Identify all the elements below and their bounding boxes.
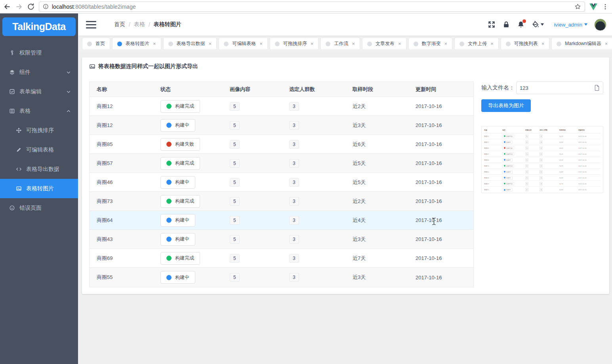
- table-row[interactable]: 商圈46构建中53近5天2017-10-16: [90, 173, 473, 192]
- cell-audience: 3: [282, 216, 345, 225]
- preview-tag: 5: [525, 182, 528, 186]
- preview-status-dot: [504, 165, 505, 167]
- tab-close-icon[interactable]: ×: [605, 41, 608, 46]
- preview-tag: 3: [540, 188, 543, 191]
- preview-audience: 3: [540, 153, 559, 155]
- preview-period: 近3天: [559, 177, 578, 179]
- sidebar-item-error-pages[interactable]: 错误页面: [0, 198, 78, 218]
- sidebar-item-tables[interactable]: 表格: [0, 101, 78, 121]
- url-bar[interactable]: localhost:8080/tables/table2image: [39, 2, 585, 12]
- status-dot-icon: [166, 237, 172, 242]
- status-badge: 构建完成: [160, 157, 200, 170]
- status-label: 构建完成: [175, 103, 194, 110]
- layers-icon: [9, 69, 15, 75]
- tab-close-icon[interactable]: ×: [541, 41, 545, 46]
- user-dropdown[interactable]: iview_admin: [554, 22, 587, 28]
- preview-tag: 5: [525, 135, 528, 138]
- tab-可拖拽列表[interactable]: 可拖拽列表×: [501, 38, 550, 50]
- tab-state-dot: [506, 42, 511, 46]
- sidebar-item-table-to-image[interactable]: 表格转图片: [0, 179, 78, 198]
- table-row[interactable]: 商圈55构建中53近3天2017-10-16: [90, 268, 473, 287]
- tab-文件上传[interactable]: 文件上传×: [454, 38, 499, 50]
- info-icon[interactable]: [43, 4, 49, 9]
- tab-首页[interactable]: 首页: [82, 38, 110, 50]
- cell-portrait: 5: [223, 254, 282, 263]
- preview-tag: 3: [540, 182, 543, 186]
- tab-close-icon[interactable]: ×: [311, 41, 314, 46]
- preview-updated: 2017-10-16: [578, 147, 601, 149]
- tab-数字渐变[interactable]: 数字渐变×: [408, 38, 453, 50]
- tab-close-icon[interactable]: ×: [398, 41, 401, 46]
- chevron-down-icon: [584, 23, 587, 26]
- card-title: 将表格数据连同样式一起以图片形式导出: [89, 63, 603, 70]
- preview-row: 商圈46构建中53近5天2017-10-16: [484, 157, 601, 163]
- sidebar-item-table-export[interactable]: 表格导出数据: [0, 159, 78, 179]
- portrait-count-tag: 5: [230, 235, 240, 244]
- tab-文章发布[interactable]: 文章发布×: [362, 38, 406, 50]
- theme-dropdown[interactable]: [532, 21, 544, 28]
- forward-icon[interactable]: [15, 3, 23, 11]
- tab-close-icon[interactable]: ×: [209, 41, 212, 46]
- preview-period: 近3天: [559, 189, 578, 191]
- portrait-count-tag: 5: [230, 273, 240, 282]
- tab-close-icon[interactable]: ×: [352, 41, 355, 46]
- tab-close-icon[interactable]: ×: [444, 41, 448, 46]
- bookmark-star-icon[interactable]: [574, 3, 581, 10]
- table-row[interactable]: 商圈12构建中53近3天2017-10-16: [90, 116, 473, 135]
- pencil-icon: [16, 147, 22, 153]
- preview-updated: 2017-10-16: [578, 141, 601, 143]
- tab-工作流[interactable]: 工作流×: [320, 38, 360, 50]
- status-badge: 构建完成: [160, 195, 200, 208]
- preview-row: 商圈12构建完成53近2天2017-10-16: [484, 133, 601, 139]
- tab-表格转图片[interactable]: 表格转图片×: [112, 38, 161, 50]
- preview-tag: 3: [540, 176, 543, 180]
- export-table-button[interactable]: 导出表格为图片: [481, 99, 531, 112]
- preview-status-dot: [504, 189, 505, 191]
- tab-close-icon[interactable]: ×: [259, 41, 263, 46]
- notifications-bell-icon[interactable]: [517, 21, 525, 28]
- sidebar-item-form-editor[interactable]: 表单编辑: [0, 82, 78, 101]
- tab-label: 数字渐变: [422, 40, 441, 47]
- tab-可编辑表格[interactable]: 可编辑表格×: [219, 38, 268, 50]
- status-badge: 构建中: [160, 176, 195, 189]
- tab-close-icon[interactable]: ×: [153, 41, 156, 46]
- sidebar-item-draggable-sort[interactable]: 可拖拽排序: [0, 121, 78, 140]
- cell-status: 构建完成: [153, 195, 223, 208]
- filename-input[interactable]: [520, 85, 592, 91]
- preview-portrait: 5: [525, 159, 540, 161]
- lock-icon[interactable]: [502, 21, 510, 28]
- audience-count-tag: 3: [289, 216, 299, 225]
- tab-表格导出数据[interactable]: 表格导出数据×: [163, 38, 217, 50]
- table-row[interactable]: 商圈69构建完成53近7天2017-10-16: [90, 249, 473, 268]
- preview-period: 近5天: [559, 153, 578, 155]
- table-row[interactable]: 商圈85构建失败53近6天2017-10-16: [90, 135, 473, 154]
- sidebar-item-permissions[interactable]: 权限管理: [0, 43, 78, 63]
- sidebar-item-components[interactable]: 组件: [0, 63, 78, 82]
- audience-count-tag: 3: [289, 197, 299, 206]
- preview-portrait: 5: [525, 165, 540, 167]
- tab-可拖拽排序[interactable]: 可拖拽排序×: [270, 38, 319, 50]
- sidebar-item-label: 可拖拽排序: [26, 127, 54, 134]
- table-row[interactable]: 商圈73构建完成53近2天2017-10-16: [90, 192, 473, 211]
- avatar[interactable]: [594, 19, 606, 31]
- preview-period: 近5天: [559, 159, 578, 161]
- back-icon[interactable]: [3, 3, 11, 11]
- table-row[interactable]: 商圈64构建中53近4天2017-10-16: [90, 211, 473, 230]
- preview-period: 近3天: [559, 141, 578, 143]
- app-logo[interactable]: TalkingData: [2, 17, 76, 36]
- preview-row: 商圈55构建中53近3天2017-10-16: [484, 187, 601, 193]
- table-row[interactable]: 商圈43构建中53近3天2017-10-16: [90, 230, 473, 249]
- breadcrumb-home[interactable]: 首页: [114, 21, 125, 28]
- reload-icon[interactable]: [27, 3, 35, 11]
- menu-toggle-icon[interactable]: [86, 21, 96, 28]
- table-row[interactable]: 商圈57构建完成53近5天2017-10-16: [90, 154, 473, 173]
- url-text: localhost:8080/tables/table2image: [52, 4, 571, 10]
- sidebar-item-editable-table[interactable]: 可编辑表格: [0, 140, 78, 159]
- vue-devtools-icon[interactable]: [589, 3, 598, 11]
- breadcrumb-current: 表格转图片: [154, 21, 181, 28]
- tab-Markdown编辑器[interactable]: Markdown编辑器×: [551, 38, 612, 50]
- table-row[interactable]: 商圈12构建完成53近2天2017-10-16: [90, 97, 473, 116]
- fullscreen-icon[interactable]: [488, 21, 496, 28]
- browser-menu-icon[interactable]: [602, 3, 609, 10]
- tab-close-icon[interactable]: ×: [490, 41, 494, 46]
